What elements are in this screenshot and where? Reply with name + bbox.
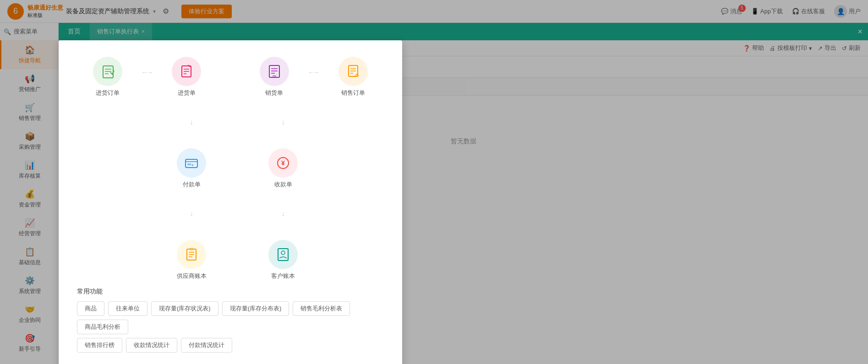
func-btn-receipt-stat[interactable]: 收款情况统计: [126, 338, 177, 353]
common-functions-section: 常用功能 商品 往来单位 现存量(库存状况表) 现存量(库存分布表) 销售毛利分…: [59, 288, 402, 362]
down-arrow-pb: ↓: [164, 118, 219, 127]
down-arrow-payment: ↓: [164, 210, 219, 219]
function-buttons-row1: 商品 往来单位 现存量(库存状况表) 现存量(库存分布表) 销售毛利分析表 商品…: [77, 301, 384, 334]
supplier-account-circle: [177, 240, 206, 269]
flow-row-2: ¥ 付款单 ¥ 收款单: [82, 146, 379, 191]
svg-rect-19: [187, 163, 191, 165]
receipt-bill-node[interactable]: ¥ 收款单: [256, 148, 311, 189]
svg-rect-27: [190, 248, 193, 250]
customer-account-circle: [268, 240, 298, 269]
svg-rect-12: [273, 75, 276, 77]
flow-row-3: 供应商账本 客户账本: [82, 237, 379, 283]
receipt-bill-circle: ¥: [268, 148, 298, 178]
sales-bill-circle: [260, 57, 289, 86]
purchase-order-node[interactable]: 进货订单: [82, 57, 134, 97]
receipt-bill-label: 收款单: [274, 180, 292, 189]
down-arrow-receipt: ↓: [256, 210, 311, 219]
func-btn-partners[interactable]: 往来单位: [108, 301, 147, 316]
down-arrow-sb: ↓: [256, 118, 311, 127]
supplier-account-label: 供应商账本: [177, 272, 207, 280]
function-buttons-row2: 销售排行榜 收款情况统计 付款情况统计: [77, 338, 384, 353]
customer-account-label: 客户账本: [271, 272, 295, 280]
flow-row-1: 进货订单 - - →: [82, 54, 379, 100]
sales-order-circle: [338, 57, 368, 86]
modal-box: 进货订单 - - →: [59, 40, 402, 364]
svg-rect-0: [103, 66, 113, 78]
supplier-account-node[interactable]: 供应商账本: [164, 240, 219, 280]
purchase-bill-circle: [172, 57, 201, 86]
func-btn-product[interactable]: 商品: [77, 301, 104, 316]
func-btn-sales-margin[interactable]: 销售毛利分析表: [293, 301, 350, 316]
svg-text:¥: ¥: [281, 159, 285, 167]
payment-bill-node[interactable]: ¥ 付款单: [164, 148, 219, 189]
svg-point-29: [281, 251, 285, 255]
payment-bill-circle: ¥: [177, 148, 206, 178]
func-btn-sales-rank[interactable]: 销售排行榜: [77, 338, 122, 353]
flow-down-arrows-row: ↓ ↓: [82, 100, 379, 146]
sales-order-label: 销售订单: [341, 89, 365, 97]
func-btn-stock-status[interactable]: 现存量(库存状况表): [151, 301, 218, 316]
svg-text:¥: ¥: [191, 163, 194, 167]
purchase-bill-node[interactable]: 进货单: [160, 57, 213, 97]
purchase-order-circle: [93, 57, 122, 86]
payment-bill-label: 付款单: [183, 180, 201, 189]
purchase-bill-label: 进货单: [178, 89, 196, 97]
modal-overlay[interactable]: 进货订单 - - →: [0, 0, 868, 364]
flow-down-arrows-row2: ↓ ↓: [82, 191, 379, 237]
arrow-so-to-sb: - - →: [300, 69, 327, 85]
customer-account-node[interactable]: 客户账本: [256, 240, 311, 280]
func-btn-product-margin[interactable]: 商品毛利分析: [77, 320, 128, 334]
sales-bill-label: 销货单: [265, 89, 283, 97]
sales-order-node[interactable]: 销售订单: [327, 57, 379, 97]
sales-bill-node[interactable]: 销货单: [248, 57, 300, 97]
flow-diagram: 进货订单 - - →: [59, 40, 402, 288]
arrow-po-to-pb: - - →: [134, 69, 160, 85]
func-btn-stock-dist[interactable]: 现存量(库存分布表): [222, 301, 289, 316]
common-functions-title: 常用功能: [77, 288, 384, 296]
purchase-order-label: 进货订单: [96, 89, 120, 97]
modal-scrollbar-container: ›: [59, 362, 402, 364]
func-btn-payment-stat[interactable]: 付款情况统计: [181, 338, 232, 353]
